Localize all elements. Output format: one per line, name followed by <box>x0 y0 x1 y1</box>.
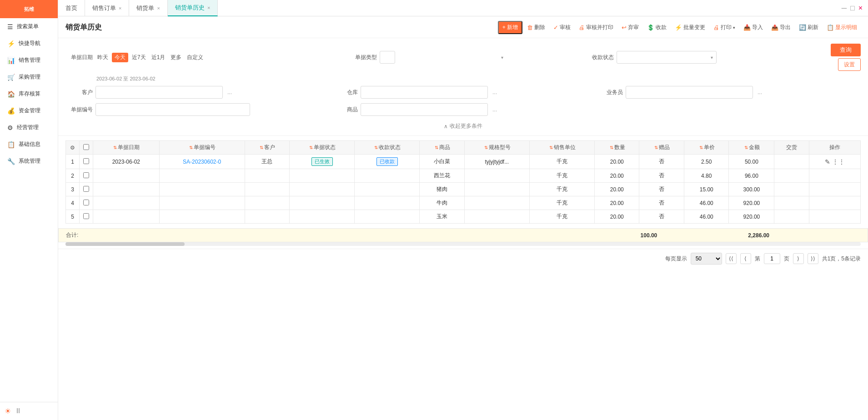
shortcut-yesterday[interactable]: 昨天 <box>95 53 110 62</box>
collapse-button[interactable]: ∧ 收起更多条件 <box>65 120 861 132</box>
sort-icon[interactable]: ⇅ <box>113 145 117 150</box>
sidebar-item-inventory[interactable]: 🏠 库存核算 <box>0 85 58 102</box>
sidebar-item-operation-mgmt[interactable]: ⚙ 经营管理 <box>0 119 58 136</box>
staff-ellipsis[interactable]: ... <box>756 89 764 95</box>
customer-input[interactable] <box>95 86 223 99</box>
search-menu-icon: ☰ <box>7 23 13 30</box>
shortcut-more[interactable]: 更多 <box>169 53 183 62</box>
sort-icon[interactable]: ⇅ <box>309 145 313 150</box>
maximize-icon[interactable]: □ <box>850 4 855 12</box>
sort-icon[interactable]: ⇅ <box>484 145 488 150</box>
footer-values: 100.00 2,286.00 <box>93 232 860 239</box>
warehouse-ellipsis[interactable]: ... <box>491 89 499 95</box>
sort-icon[interactable]: ⇅ <box>260 145 263 150</box>
set-button[interactable]: 设置 <box>838 58 861 71</box>
row-delivery-2 <box>774 183 809 196</box>
row-spec-1 <box>464 169 529 183</box>
doc-no-link-0[interactable]: SA-20230602-0 <box>183 159 221 165</box>
sidebar-item-basic-info[interactable]: 📋 基础信息 <box>0 136 58 153</box>
select-all-checkbox[interactable] <box>83 144 89 150</box>
quick-nav-icon: ⚡ <box>7 40 15 47</box>
collect-button[interactable]: 💲 收款 <box>643 22 670 33</box>
sort-icon[interactable]: ⇅ <box>189 145 193 150</box>
sidebar-item-quick-nav[interactable]: ⚡ 快捷导航 <box>0 35 58 52</box>
customer-ellipsis[interactable]: ... <box>226 89 234 95</box>
collect-icon: 💲 <box>647 24 654 31</box>
page-size-select[interactable]: 50 100 200 <box>691 253 722 265</box>
delete-button[interactable]: 🗑 删除 <box>523 22 549 33</box>
payment-status-select[interactable] <box>617 51 717 64</box>
audit-button[interactable]: ✓ 审核 <box>550 22 574 33</box>
shortcut-1month[interactable]: 近1月 <box>150 53 167 62</box>
row-check-1[interactable] <box>80 169 93 183</box>
sidebar-item-system-mgmt[interactable]: 🔧 系统管理 <box>0 153 58 170</box>
abandon-button[interactable]: ↩ 弃审 <box>618 22 642 33</box>
warehouse-input[interactable] <box>361 86 488 99</box>
sort-icon[interactable]: ⇅ <box>435 145 438 150</box>
page-header: 销货单历史 + 新增 🗑 删除 ✓ 审核 🖨 审核并打印 ↩ <box>58 16 868 38</box>
sort-icon[interactable]: ⇅ <box>549 145 553 150</box>
next-page-btn[interactable]: ⟩ <box>793 253 804 264</box>
doc-type-select[interactable] <box>380 51 395 64</box>
window-close-icon[interactable]: × <box>858 4 863 12</box>
sidebar-bottom-icon2[interactable]: ⏸ <box>15 407 22 415</box>
more-icon-0[interactable]: ⋮⋮ <box>832 158 845 165</box>
close-icon[interactable]: × <box>207 5 210 10</box>
tab-sales-history[interactable]: 销货单历史 × <box>168 0 218 16</box>
query-button[interactable]: 查询 <box>831 44 861 56</box>
sort-icon[interactable]: ⇅ <box>744 145 748 150</box>
new-button[interactable]: + 新增 <box>498 21 522 34</box>
tab-sales-order[interactable]: 销售订单 × <box>85 0 129 16</box>
print-button[interactable]: 🖨 打印 ▾ <box>710 22 739 33</box>
import-label: 导入 <box>752 24 763 31</box>
show-detail-button[interactable]: 📋 显示明细 <box>823 22 861 33</box>
row-checkbox-2[interactable] <box>83 186 89 192</box>
prev-page-btn[interactable]: ⟨ <box>740 253 751 264</box>
batch-change-button[interactable]: ⚡ 批量变更 <box>671 22 709 33</box>
row-check-3[interactable] <box>80 196 93 210</box>
sidebar-item-finance-mgmt[interactable]: 💰 资金管理 <box>0 102 58 119</box>
page-label-after: 页 <box>784 255 789 263</box>
row-checkbox-4[interactable] <box>83 213 89 219</box>
goods-ellipsis[interactable]: ... <box>491 106 499 113</box>
scrollbar-track[interactable] <box>65 242 861 246</box>
tab-sales-goods[interactable]: 销货单 × <box>129 0 167 16</box>
row-check-4[interactable] <box>80 210 93 224</box>
close-icon[interactable]: × <box>119 5 121 11</box>
docno-input[interactable] <box>95 103 250 116</box>
goods-input[interactable] <box>361 103 488 116</box>
refresh-button[interactable]: 🔄 刷新 <box>795 22 822 33</box>
sidebar-item-purchase-mgmt[interactable]: 🛒 采购管理 <box>0 69 58 85</box>
sort-icon[interactable]: ⇅ <box>610 145 613 150</box>
shortcut-7days[interactable]: 近7天 <box>130 53 148 62</box>
audit-print-button[interactable]: 🖨 审核并打印 <box>575 22 617 33</box>
shortcut-today[interactable]: 今天 <box>112 53 128 62</box>
row-check-2[interactable] <box>80 183 93 196</box>
th-checkbox[interactable] <box>80 141 93 155</box>
sidebar-bottom-icon1[interactable]: ☀ <box>5 407 11 415</box>
close-icon[interactable]: × <box>157 5 160 11</box>
th-unit-label: 销售单位 <box>554 144 576 151</box>
row-checkbox-1[interactable] <box>83 172 89 178</box>
row-checkbox-0[interactable] <box>83 158 89 164</box>
minimize-icon[interactable]: ─ <box>842 4 847 12</box>
sidebar-item-search-menu[interactable]: ☰ 搜索菜单 <box>0 18 58 35</box>
first-page-btn[interactable]: ⟨⟨ <box>726 253 737 264</box>
export-button[interactable]: 📤 导出 <box>768 22 794 33</box>
date-label: 单据日期 <box>65 54 93 61</box>
row-checkbox-3[interactable] <box>83 200 89 205</box>
staff-input[interactable] <box>626 86 753 99</box>
edit-icon-0[interactable]: ✎ <box>825 158 830 165</box>
sidebar-item-sales-mgmt[interactable]: 📊 销售管理 <box>0 52 58 69</box>
sort-icon[interactable]: ⇅ <box>654 145 658 150</box>
th-gear[interactable]: ⚙ <box>66 141 80 155</box>
import-button[interactable]: 📥 导入 <box>740 22 767 33</box>
shortcut-custom[interactable]: 自定义 <box>185 53 205 62</box>
sort-icon[interactable]: ⇅ <box>374 145 378 150</box>
row-qty-0: 20.00 <box>594 155 639 169</box>
sort-icon[interactable]: ⇅ <box>699 145 703 150</box>
page-input[interactable] <box>764 253 780 264</box>
tab-home[interactable]: 首页 <box>58 0 85 16</box>
last-page-btn[interactable]: ⟩⟩ <box>808 253 818 264</box>
row-check-0[interactable] <box>80 155 93 169</box>
